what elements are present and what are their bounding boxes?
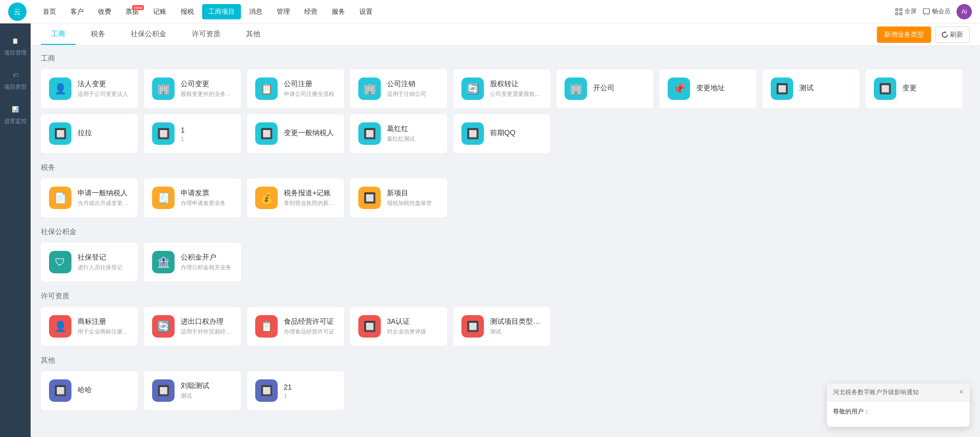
nav-item-工商项目[interactable]: 工商项目 — [202, 4, 241, 19]
card-info: 新项目报税加税控盘保管 — [387, 189, 439, 207]
card-测试项目类型目定义[interactable]: 🔲测试项目类型目定义测试 — [453, 307, 550, 346]
card-变更[interactable]: 🔲变更 — [866, 69, 963, 108]
card-食品经营许可证[interactable]: 📋食品经营许可证办理食品经营许可证 — [247, 307, 344, 346]
nav-item-服务[interactable]: 服务 — [326, 4, 351, 19]
card-info: 公司变更股权变更外的业务变更 — [181, 80, 233, 98]
fullscreen-button[interactable]: 全屏 — [895, 7, 917, 16]
refresh-icon — [942, 32, 948, 38]
card-icon: 🏢 — [565, 78, 587, 100]
nav-item-报税[interactable]: 报税 — [175, 4, 200, 19]
card-icon: 🔲 — [152, 122, 175, 145]
nav-item-首页[interactable]: 首页 — [37, 4, 62, 19]
card-3A认证[interactable]: 🔲3A认证对企业信誉评级 — [350, 307, 447, 346]
refresh-button[interactable]: 刷新 — [935, 27, 970, 43]
card-公积金开户[interactable]: 🏦公积金开户办理公积金相关业务 — [144, 243, 241, 281]
avatar[interactable]: Ai — [957, 4, 972, 19]
card-desc: 葛红红测试 — [387, 135, 439, 143]
nav-item-客户[interactable]: 客户 — [64, 4, 90, 19]
card-商标注册[interactable]: 👤商标注册用于企业商标注册服务 — [41, 307, 138, 346]
card-name: 公司注册 — [284, 80, 336, 89]
card-icon: 🧾 — [152, 187, 175, 209]
card-name: 1 — [181, 126, 233, 134]
card-申请发票[interactable]: 🧾申请发票办理申请发票业务 — [144, 178, 241, 217]
tab-税务[interactable]: 税务 — [81, 24, 115, 45]
card-info: 211 — [284, 383, 336, 399]
card-税务报道+记账[interactable]: 💰税务报道+记账拿到营业执照的新公司 — [247, 178, 344, 217]
card-刘聪测试[interactable]: 🔲刘聪测试测试 — [144, 371, 241, 410]
card-哈哈[interactable]: 🔲哈哈 — [41, 371, 138, 410]
member-button[interactable]: 畅会员 — [923, 7, 950, 16]
card-测试[interactable]: 🔲测试 — [763, 69, 860, 108]
nav-item-票据[interactable]: 票据new — [119, 4, 145, 19]
nav-item-消息[interactable]: 消息 — [243, 4, 268, 19]
nav-item-设置[interactable]: 设置 — [353, 4, 379, 19]
section-title: 工商 — [41, 54, 970, 63]
card-icon: 🔲 — [874, 78, 896, 100]
card-社保登记[interactable]: 🛡社保登记进行人员社保登记 — [41, 243, 138, 281]
add-type-button[interactable]: 新增业务类型 — [877, 27, 931, 43]
card-进出口权办理[interactable]: 🔄进出口权办理适用于对外贸易经营者 — [144, 307, 241, 346]
card-name: 变更 — [902, 84, 954, 93]
nav-item-收费[interactable]: 收费 — [92, 4, 117, 19]
card-股权转让[interactable]: 🔄股权转让公司变更需要股权转让 — [453, 69, 550, 108]
card-desc: 办理公积金相关业务 — [181, 264, 233, 271]
card-21[interactable]: 🔲211 — [247, 371, 344, 410]
card-开公司[interactable]: 🏢开公司 — [556, 69, 653, 108]
tab-许可资质[interactable]: 许可资质 — [182, 24, 231, 45]
card-info: 申请发票办理申请发票业务 — [181, 189, 233, 207]
nav-item-管理[interactable]: 管理 — [271, 4, 296, 19]
card-前期QQ[interactable]: 🔲前期QQ — [453, 114, 550, 153]
card-name: 公司注销 — [387, 80, 439, 89]
cards-grid: 📄申请一般纳税人当月或次月成变更完成🧾申请发票办理申请发票业务💰税务报道+记账拿… — [41, 178, 970, 217]
card-变更地址[interactable]: 📌变更地址 — [659, 69, 756, 108]
card-desc: 测试 — [490, 328, 542, 336]
nav-item-经营[interactable]: 经营 — [298, 4, 324, 19]
card-icon: 💰 — [255, 187, 278, 209]
cards-grid: 👤商标注册用于企业商标注册服务🔄进出口权办理适用于对外贸易经营者📋食品经营许可证… — [41, 307, 970, 346]
card-葛红红[interactable]: 🔲葛红红葛红红测试 — [350, 114, 447, 153]
card-desc: 适用于对外贸易经营者 — [181, 328, 233, 336]
card-公司注销[interactable]: 🏢公司注销适用于注销公司 — [350, 69, 447, 108]
card-变更一般纳税人[interactable]: 🔲变更一般纳税人 — [247, 114, 344, 153]
nav-item-记账[interactable]: 记账 — [147, 4, 173, 19]
section-title: 社保公积金 — [41, 227, 970, 237]
main-content: 工商税务社保公积金许可资质其他 新增业务类型 刷新 工商👤法人变更适用于公司变更… — [31, 23, 980, 428]
card-公司注册[interactable]: 📋公司注册申请公司注册全流程 — [247, 69, 344, 108]
card-name: 测试项目类型目定义 — [490, 317, 542, 326]
close-icon[interactable]: × — [959, 388, 964, 397]
tab-actions: 新增业务类型 刷新 — [877, 27, 970, 43]
card-info: 法人变更适用于公司变更法人 — [78, 80, 130, 98]
card-申请一般纳税人[interactable]: 📄申请一般纳税人当月或次月成变更完成 — [41, 178, 138, 217]
card-icon: 🔲 — [49, 379, 71, 402]
card-拉拉[interactable]: 🔲拉拉 — [41, 114, 138, 153]
section-社保公积金: 社保公积金🛡社保登记进行人员社保登记🏦公积金开户办理公积金相关业务 — [41, 227, 970, 281]
tab-其他[interactable]: 其他 — [236, 24, 271, 45]
card-法人变更[interactable]: 👤法人变更适用于公司变更法人 — [41, 69, 138, 108]
card-icon: 📋 — [255, 78, 278, 100]
card-icon: 📋 — [255, 315, 278, 338]
card-name: 刘聪测试 — [181, 381, 233, 391]
chat-content: 尊敬的用户： — [833, 408, 870, 415]
card-name: 股权转让 — [490, 80, 542, 89]
sidebar-item-项目类型[interactable]: 🏷项目类型 — [0, 63, 31, 97]
card-name: 新项目 — [387, 189, 439, 198]
tab-工商[interactable]: 工商 — [41, 24, 76, 45]
card-desc: 1 — [181, 136, 233, 142]
card-icon: 🛡 — [49, 251, 71, 273]
card-desc: 适用于公司变更法人 — [78, 90, 130, 98]
sidebar-item-项目管理[interactable]: 📋项目管理 — [0, 29, 31, 63]
card-icon: 📌 — [668, 78, 690, 100]
card-info: 公司注销适用于注销公司 — [387, 80, 439, 98]
card-icon: 🏢 — [152, 78, 175, 100]
card-公司变更[interactable]: 🏢公司变更股权变更外的业务变更 — [144, 69, 241, 108]
card-desc: 对企业信誉评级 — [387, 328, 439, 336]
fullscreen-icon — [895, 8, 902, 15]
sidebar-item-进度监控[interactable]: 📊进度监控 — [0, 97, 31, 131]
tab-社保公积金[interactable]: 社保公积金 — [120, 24, 177, 45]
card-新项目[interactable]: 🔲新项目报税加税控盘保管 — [350, 178, 447, 217]
svg-rect-5 — [900, 13, 902, 15]
card-info: 3A认证对企业信誉评级 — [387, 317, 439, 336]
card-1[interactable]: 🔲11 — [144, 114, 241, 153]
sidebar-icon: 📋 — [9, 35, 21, 47]
sidebar: 📋项目管理🏷项目类型📊进度监控 — [0, 23, 31, 428]
